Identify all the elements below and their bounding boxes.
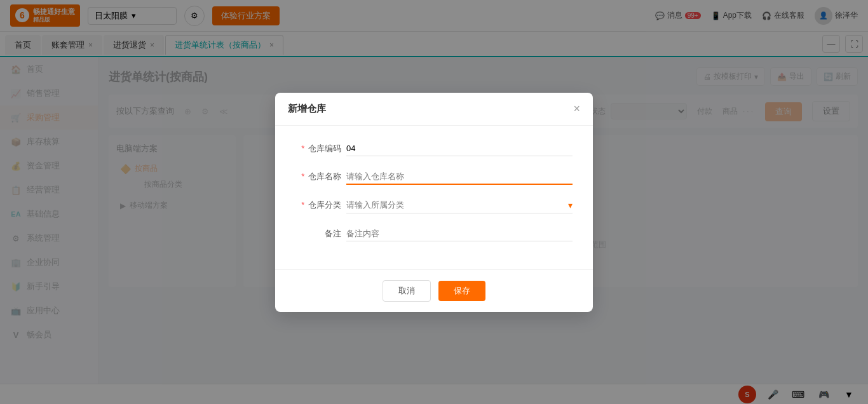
modal-title: 新增仓库 [288,103,326,115]
note-label: 备注 [295,228,346,239]
form-row-code: * 仓库编码 [295,141,573,156]
code-input[interactable] [346,141,573,156]
name-input[interactable] [346,169,573,185]
category-label: * 仓库分类 [295,199,346,211]
modal-header: 新增仓库 × [275,93,593,126]
code-required-mark: * [301,144,304,153]
category-arrow-icon: ▾ [568,200,573,210]
modal-body: * 仓库编码 * 仓库名称 * 仓库分类 [275,126,593,269]
modal-overlay: 新增仓库 × * 仓库编码 * 仓库名称 [0,0,868,404]
form-row-note: 备注 [295,226,573,241]
cancel-button[interactable]: 取消 [383,280,431,302]
modal-footer: 取消 保存 [275,269,593,312]
name-label: * 仓库名称 [295,171,346,182]
code-label: * 仓库编码 [295,143,346,154]
modal-close-button[interactable]: × [573,103,580,114]
form-row-category: * 仓库分类 ▾ [295,198,573,213]
category-required-mark: * [301,200,304,210]
save-button[interactable]: 保存 [438,281,485,301]
add-warehouse-modal: 新增仓库 × * 仓库编码 * 仓库名称 [275,93,593,312]
name-required-mark: * [301,172,304,181]
form-row-name: * 仓库名称 [295,169,573,185]
note-input[interactable] [346,226,573,241]
category-input[interactable] [346,200,568,210]
category-select-wrapper: ▾ [346,198,573,213]
